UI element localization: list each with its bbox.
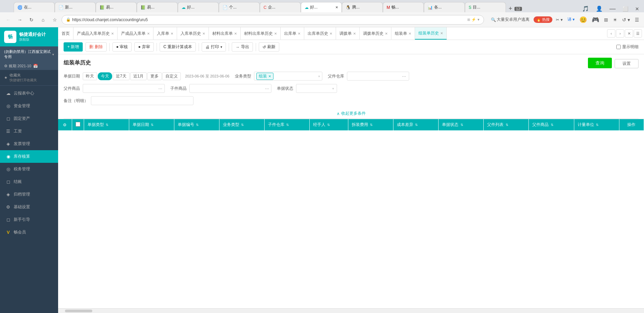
- parent-warehouse-input[interactable]: [349, 74, 401, 79]
- today-btn[interactable]: 今天: [98, 72, 112, 80]
- page-tab-production-inbound-history[interactable]: 产成品入库单历史 ✕: [73, 27, 118, 40]
- recalc-button[interactable]: C 重新计算成本: [160, 42, 196, 52]
- new-tab-button[interactable]: +: [509, 5, 512, 12]
- custom-btn[interactable]: 自定义: [162, 72, 181, 80]
- sidebar-item-guide[interactable]: ◻ 新手引导: [0, 213, 58, 226]
- horizontal-scrollbar[interactable]: [58, 308, 644, 313]
- th-disassembly-fee[interactable]: 拆装费用 ⇅: [348, 119, 393, 130]
- new-button[interactable]: + 新增: [64, 42, 83, 52]
- browser-tab-8[interactable]: ☁ 好... ✕: [301, 2, 342, 12]
- sidebar-item-fixed-assets[interactable]: ◻ 固定资产: [0, 112, 58, 125]
- th-order-date[interactable]: 单据日期 ⇅: [129, 119, 174, 130]
- refresh-button[interactable]: ↺ 刷新: [259, 42, 279, 52]
- undo-button[interactable]: ↺ ▾: [621, 17, 631, 23]
- th-order-no[interactable]: 单据编号 ⇅: [174, 119, 219, 130]
- sidebar-item-archive[interactable]: ◈ 归档管理: [0, 188, 58, 201]
- th-checkbox[interactable]: [72, 119, 84, 130]
- address-qr-icon[interactable]: ⊞: [467, 18, 470, 22]
- th-handler[interactable]: 经手人 ⇅: [310, 119, 348, 130]
- last7days-btn[interactable]: 近7天: [113, 72, 130, 80]
- browser-tab-9[interactable]: 🐧 腾...: [342, 2, 383, 12]
- extension2-button[interactable]: 🎮: [590, 16, 601, 24]
- browser-tab-5[interactable]: ☁ 好...: [178, 2, 219, 12]
- browser-tab-3[interactable]: 📗 易...: [96, 2, 137, 12]
- bookmark-button[interactable]: ☆: [50, 15, 59, 25]
- window-close-btn[interactable]: ✕: [632, 6, 642, 12]
- last1month-btn[interactable]: 近1月: [130, 72, 147, 80]
- table-settings-icon[interactable]: ⚙: [63, 123, 67, 127]
- browser-tab-1[interactable]: 🌀 在...: [14, 2, 55, 12]
- assembly-history-close[interactable]: ✕: [440, 31, 443, 35]
- sidebar-item-tax[interactable]: ◎ 税务管理: [0, 163, 58, 175]
- audit-button[interactable]: ● 审核: [112, 42, 132, 52]
- th-parent-goods[interactable]: 父件商品 ⇅: [529, 119, 574, 130]
- page-tab-outbound[interactable]: 出库单 ✕: [281, 27, 304, 40]
- sidebar-item-payroll[interactable]: ☰ 工资: [0, 125, 58, 138]
- abandon-button[interactable]: ● 弃审: [134, 42, 154, 52]
- browser-tab-11[interactable]: 📊 各...: [424, 2, 465, 12]
- th-settings[interactable]: ⚙: [58, 119, 72, 130]
- address-dropdown-icon[interactable]: ▾: [478, 17, 480, 22]
- home-button[interactable]: ⌂: [38, 15, 48, 25]
- sidebar-item-member[interactable]: V 畅会员: [0, 226, 58, 239]
- page-tab-outbound-history[interactable]: 出库单历史 ✕: [304, 27, 336, 40]
- forward-button[interactable]: →: [15, 15, 25, 25]
- biz-type-input-wrap[interactable]: 组装 ✕ ▾: [254, 72, 322, 81]
- page-tab-inbound-history[interactable]: 入库单历史 ✕: [177, 27, 209, 40]
- order-status-select[interactable]: ▾: [296, 84, 337, 93]
- page-tab-production-inbound[interactable]: 产成品入库单 ✕: [118, 27, 153, 40]
- window-maximize-btn[interactable]: ⬜: [620, 6, 631, 12]
- page-tab-inbound[interactable]: 入库单 ✕: [153, 27, 177, 40]
- tab-prev-button[interactable]: ‹: [607, 29, 615, 38]
- window-minimize-btn[interactable]: —: [607, 5, 618, 12]
- set-button[interactable]: 设置: [615, 59, 639, 68]
- collapse-button[interactable]: ∧ 收起更多条件: [64, 109, 639, 117]
- outbound-close[interactable]: ✕: [298, 32, 300, 35]
- yesterday-btn[interactable]: 昨天: [83, 72, 97, 80]
- query-button[interactable]: 查询: [588, 58, 612, 68]
- print-button[interactable]: 🖨 打印 ▾: [202, 42, 226, 52]
- show-detail-checkbox[interactable]: [616, 45, 621, 49]
- translate-button[interactable]: 译 ▾: [566, 17, 576, 23]
- tab-more-button[interactable]: ☰: [634, 29, 642, 38]
- th-cost-diff[interactable]: 成本差异 ⇅: [393, 119, 439, 130]
- page-tab-assembly-history[interactable]: 组装单历史 ✕: [415, 27, 447, 40]
- sub-goods-input[interactable]: [192, 86, 264, 91]
- sidebar-item-settings[interactable]: ⚙ 基础设置: [0, 201, 58, 213]
- extension1-button[interactable]: 😊: [578, 16, 588, 24]
- material-outbound-close[interactable]: ✕: [234, 32, 237, 35]
- browser-tab-4[interactable]: 📗 易...: [137, 2, 178, 12]
- th-biz-type[interactable]: 业务类型 ⇅: [219, 119, 264, 130]
- inbound-close[interactable]: ✕: [171, 32, 173, 35]
- biz-type-dropdown-icon[interactable]: ▾: [318, 74, 320, 78]
- scissors-button[interactable]: ✂ ▾: [554, 17, 564, 22]
- page-tab-transfer[interactable]: 调拨单 ✕: [336, 27, 360, 40]
- window-profile-button[interactable]: 👤: [593, 5, 605, 12]
- browser-tab-12[interactable]: S 目...: [465, 2, 506, 12]
- search-bar-area[interactable]: 🔍 大量安卓用户逃离: [489, 17, 532, 23]
- page-tab-material-outbound[interactable]: 材料出库单 ✕: [209, 27, 241, 40]
- favorites-section[interactable]: ★ 收藏夹 快捷键打开收藏夹: [0, 70, 58, 86]
- page-tab-material-outbound-history[interactable]: 材料出库单历史 ✕: [241, 27, 281, 40]
- transfer-close[interactable]: ✕: [353, 32, 356, 35]
- browser-tab-10[interactable]: M 畅...: [383, 2, 424, 12]
- sidebar-item-inventory[interactable]: ◉ 库存核算: [0, 150, 58, 163]
- note-input-wrap[interactable]: [91, 96, 193, 105]
- export-button[interactable]: → 导出: [232, 42, 253, 52]
- th-order-status[interactable]: 单据状态 ⇅: [439, 119, 484, 130]
- biz-type-tag-remove[interactable]: ✕: [268, 74, 271, 78]
- sub-goods-more-icon[interactable]: ···: [265, 86, 269, 91]
- production-inbound-history-close[interactable]: ✕: [111, 32, 114, 35]
- parent-goods-input-wrap[interactable]: ···: [83, 84, 165, 93]
- tab-close-current-button[interactable]: ✕: [625, 29, 633, 38]
- show-detail-checkbox-area[interactable]: 显示明细: [616, 44, 639, 50]
- menu-button[interactable]: ☰: [633, 17, 641, 23]
- th-parent-list[interactable]: 父件列表 ⇅: [484, 119, 529, 130]
- period-selector[interactable]: ⚙ 账期 2021-10 📅: [0, 62, 58, 70]
- back-button[interactable]: ←: [3, 15, 13, 25]
- note-input[interactable]: [93, 98, 191, 103]
- parent-warehouse-more-icon[interactable]: ···: [401, 73, 407, 79]
- address-bar[interactable]: 🔒 https://cloud.chanjet.com/accounting/u…: [62, 15, 484, 25]
- th-sub-warehouse[interactable]: 子件仓库 ⇅: [265, 119, 310, 130]
- th-unit[interactable]: 计量单位 ⇅: [574, 119, 619, 130]
